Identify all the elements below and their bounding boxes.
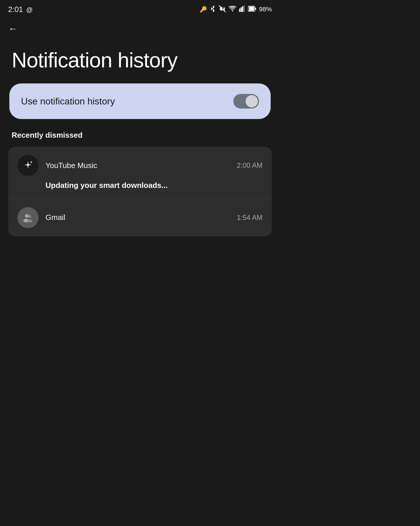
gmail-icon	[18, 207, 38, 228]
notification-youtube-music: YouTube Music 2:00 AM Updating your smar…	[8, 147, 272, 199]
back-button[interactable]: ←	[0, 18, 280, 37]
gmail-notification-header: Gmail 1:54 AM	[18, 207, 262, 228]
status-time: 2:01 @	[8, 5, 33, 14]
bluetooth-icon	[210, 5, 216, 13]
notification-header: YouTube Music 2:00 AM	[18, 155, 262, 176]
wifi-icon	[229, 6, 236, 13]
gmail-app-name: Gmail	[46, 213, 65, 222]
back-arrow-icon: ←	[8, 23, 18, 34]
youtube-music-meta: YouTube Music 2:00 AM	[46, 161, 262, 170]
signal-icon	[239, 6, 245, 13]
svg-rect-9	[255, 8, 256, 10]
notification-history-toggle-container[interactable]: Use notification history	[9, 83, 271, 119]
key-icon: 🔑	[200, 6, 207, 13]
status-icons: 🔑	[200, 5, 272, 13]
youtube-music-time: 2:00 AM	[237, 161, 262, 169]
svg-rect-6	[244, 6, 245, 12]
svg-point-12	[28, 215, 31, 218]
gmail-time: 1:54 AM	[237, 214, 262, 222]
page-title: Notification history	[0, 37, 280, 83]
svg-rect-4	[241, 7, 242, 12]
status-bar: 2:01 @ 🔑	[0, 0, 280, 18]
svg-rect-3	[239, 8, 240, 12]
youtube-music-icon	[18, 155, 38, 176]
svg-point-2	[232, 10, 233, 11]
battery-icon	[248, 6, 256, 13]
youtube-music-app-name: YouTube Music	[46, 161, 97, 170]
svg-point-11	[25, 214, 29, 218]
recently-dismissed-label: Recently dismissed	[0, 131, 280, 147]
svg-point-14	[27, 220, 32, 223]
mute-icon	[219, 5, 226, 13]
svg-rect-5	[242, 6, 243, 12]
svg-rect-10	[249, 7, 249, 11]
svg-rect-8	[248, 7, 254, 11]
notification-history-toggle[interactable]	[233, 94, 259, 109]
toggle-knob	[246, 95, 258, 107]
notification-gmail: Gmail 1:54 AM	[8, 199, 272, 236]
youtube-music-body: Updating your smart downloads...	[18, 181, 262, 191]
battery-percentage: 98%	[259, 6, 272, 13]
toggle-label: Use notification history	[21, 96, 115, 107]
notifications-container: YouTube Music 2:00 AM Updating your smar…	[8, 147, 272, 236]
gmail-meta: Gmail 1:54 AM	[46, 213, 262, 222]
